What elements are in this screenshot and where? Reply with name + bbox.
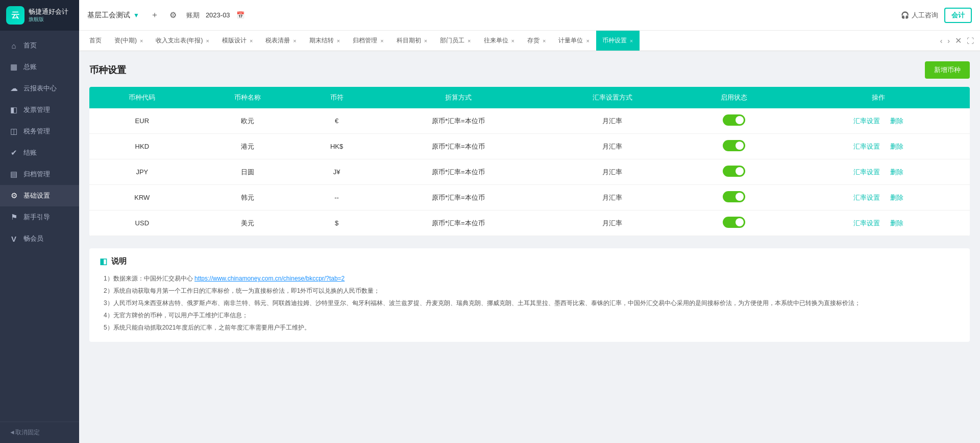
tab-income[interactable]: 收入支出表(年报) × bbox=[150, 31, 215, 51]
cell-symbol: HK$ bbox=[300, 134, 373, 159]
pin-label: ◄取消固定 bbox=[9, 428, 40, 437]
table-row: HKD 港元 HK$ 原币*汇率=本位币 月汇率 汇率设置 删除 bbox=[89, 134, 970, 159]
headset-icon: 🎧 bbox=[901, 11, 909, 19]
tab-template[interactable]: 模版设计 × bbox=[216, 31, 259, 51]
sidebar-item-checkout-label: 结账 bbox=[23, 148, 37, 157]
delete-link-KRW[interactable]: 删除 bbox=[890, 194, 903, 201]
toggle-enabled-JPY[interactable] bbox=[723, 166, 745, 177]
kuaiji-button[interactable]: 会计 bbox=[944, 8, 972, 23]
tab-home[interactable]: 首页 bbox=[83, 31, 108, 51]
settings-btn[interactable]: ⚙ bbox=[166, 8, 180, 22]
cell-status bbox=[681, 185, 787, 211]
tab-customers-close[interactable]: × bbox=[511, 38, 514, 44]
add-workspace-btn[interactable]: ＋ bbox=[148, 8, 162, 22]
app-name: 畅捷通好会计 bbox=[29, 8, 68, 16]
sidebar-item-tax[interactable]: ◫ 税务管理 bbox=[0, 121, 79, 142]
sidebar-item-archive[interactable]: ▤ 归档管理 bbox=[0, 164, 79, 185]
toggle-enabled-HKD[interactable] bbox=[723, 140, 745, 151]
col-header-rate: 汇率设置方式 bbox=[544, 87, 682, 108]
sidebar-item-member-label: 畅会员 bbox=[23, 234, 43, 243]
delete-link-JPY[interactable]: 删除 bbox=[890, 168, 903, 176]
tab-income-label: 收入支出表(年报) bbox=[156, 36, 203, 45]
tab-inventory-close[interactable]: × bbox=[543, 38, 546, 44]
tab-inventory[interactable]: 存货 × bbox=[521, 31, 552, 51]
checkout-icon: ✔ bbox=[9, 148, 18, 157]
tab-archive-mgr-close[interactable]: × bbox=[380, 38, 383, 44]
tab-taxclear[interactable]: 税表清册 × bbox=[259, 31, 303, 51]
calendar-icon[interactable]: 📅 bbox=[236, 11, 244, 19]
delete-link-USD[interactable]: 删除 bbox=[890, 219, 903, 227]
tab-measure-close[interactable]: × bbox=[586, 38, 589, 44]
delete-link-HKD[interactable]: 删除 bbox=[890, 143, 903, 150]
rate-setting-link-USD[interactable]: 汇率设置 bbox=[853, 219, 880, 227]
notes-item: 3）人民币对马来西亚林吉特、俄罗斯卢布、南非兰特、韩元、阿联酋迪拉姆、沙特里亚尔… bbox=[100, 297, 960, 309]
chinamoney-link[interactable]: https://www.chinamoney.com.cn/chinese/bk… bbox=[194, 275, 345, 282]
sidebar-item-reports[interactable]: ☁ 云报表中心 bbox=[0, 78, 79, 99]
rate-setting-link-HKD[interactable]: 汇率设置 bbox=[853, 143, 880, 150]
tab-measure[interactable]: 计量单位 × bbox=[552, 31, 596, 51]
tab-template-close[interactable]: × bbox=[250, 38, 253, 44]
sidebar-item-invoice[interactable]: ◧ 发票管理 bbox=[0, 99, 79, 121]
tab-taxclear-close[interactable]: × bbox=[293, 38, 296, 44]
sidebar-item-basic[interactable]: ⚙ 基础设置 bbox=[0, 185, 79, 206]
delete-link-EUR[interactable]: 删除 bbox=[890, 117, 903, 125]
tab-customers[interactable]: 往来单位 × bbox=[478, 31, 521, 51]
sidebar-item-member[interactable]: V 畅会员 bbox=[0, 228, 79, 249]
member-icon: V bbox=[9, 235, 18, 243]
sidebar-item-checkout[interactable]: ✔ 结账 bbox=[0, 142, 79, 164]
cell-rate-method: 月汇率 bbox=[544, 134, 682, 159]
tab-period-end-label: 期末结转 bbox=[309, 36, 334, 45]
notes-item: 1）数据来源：中国外汇交易中心 https://www.chinamoney.c… bbox=[100, 272, 960, 285]
col-header-calc: 折算方式 bbox=[373, 87, 544, 108]
cell-code: HKD bbox=[89, 134, 195, 159]
cell-calc: 原币*汇率=本位币 bbox=[373, 211, 544, 236]
sidebar-item-guide[interactable]: ⚑ 新手引导 bbox=[0, 206, 79, 228]
cell-rate-method: 月汇率 bbox=[544, 211, 682, 236]
tab-dept-staff[interactable]: 部门员工 × bbox=[434, 31, 477, 51]
sidebar-item-home-label: 首页 bbox=[23, 41, 37, 50]
tab-balance-close[interactable]: × bbox=[140, 38, 143, 44]
tab-income-close[interactable]: × bbox=[206, 38, 209, 44]
cell-actions: 汇率设置 删除 bbox=[787, 159, 970, 185]
sidebar-item-guide-label: 新手引导 bbox=[23, 213, 50, 222]
invoice-icon: ◧ bbox=[9, 105, 18, 114]
tab-currency[interactable]: 币种设置 × bbox=[596, 31, 640, 51]
rate-setting-link-JPY[interactable]: 汇率设置 bbox=[853, 168, 880, 176]
tab-dept-staff-close[interactable]: × bbox=[468, 38, 471, 44]
sidebar-item-ledger[interactable]: ▦ 总账 bbox=[0, 56, 79, 78]
cell-code: KRW bbox=[89, 185, 195, 211]
sidebar-pin-toggle[interactable]: ◄取消固定 bbox=[0, 422, 79, 443]
workspace-selector[interactable]: 基层工会测试 ▼ bbox=[87, 11, 139, 20]
rate-setting-link-EUR[interactable]: 汇率设置 bbox=[853, 117, 880, 125]
tab-balance[interactable]: 资(中期) × bbox=[108, 31, 150, 51]
tab-subject-init[interactable]: 科目期初 × bbox=[390, 31, 434, 51]
tab-archive-mgr[interactable]: 归档管理 × bbox=[347, 31, 390, 51]
tab-period-end[interactable]: 期末结转 × bbox=[303, 31, 347, 51]
cell-calc: 原币*汇率=本位币 bbox=[373, 185, 544, 211]
toggle-enabled-EUR[interactable] bbox=[723, 114, 745, 126]
tab-subject-init-close[interactable]: × bbox=[424, 38, 427, 44]
notes-item: 2）系统自动获取每月第一个工作日的汇率标价，统一为直接标价法，即1外币可以兑换的… bbox=[100, 285, 960, 297]
tab-currency-close[interactable]: × bbox=[630, 38, 633, 44]
tab-template-label: 模版设计 bbox=[222, 36, 247, 45]
notes-item: 5）系统只能自动抓取2021年度后的汇率，之前年度汇率需要用户手工维护。 bbox=[100, 321, 960, 334]
cell-symbol: J¥ bbox=[300, 159, 373, 185]
tab-expand-btn[interactable]: ⛶ bbox=[965, 36, 976, 46]
toggle-enabled-KRW[interactable] bbox=[723, 191, 745, 202]
toggle-enabled-USD[interactable] bbox=[723, 217, 745, 228]
rate-setting-link-KRW[interactable]: 汇率设置 bbox=[853, 194, 880, 201]
new-currency-button[interactable]: 新增币种 bbox=[925, 61, 970, 79]
cell-rate-method: 月汇率 bbox=[544, 159, 682, 185]
sidebar-item-home[interactable]: ⌂ 首页 bbox=[0, 35, 79, 56]
cell-actions: 汇率设置 删除 bbox=[787, 108, 970, 134]
cell-name: 美元 bbox=[195, 211, 301, 236]
cell-status bbox=[681, 211, 787, 236]
cell-name: 韩元 bbox=[195, 185, 301, 211]
col-header-status: 启用状态 bbox=[681, 87, 787, 108]
tab-close-all-btn[interactable]: ✕ bbox=[953, 35, 964, 46]
tab-next-btn[interactable]: › bbox=[945, 36, 952, 46]
tab-period-end-close[interactable]: × bbox=[337, 38, 340, 44]
consult-button[interactable]: 🎧 人工咨询 bbox=[901, 11, 938, 20]
sidebar-nav: ⌂ 首页 ▦ 总账 ☁ 云报表中心 ◧ 发票管理 ◫ 税务管理 ✔ 结账 ▤ 归… bbox=[0, 31, 79, 422]
tab-prev-btn[interactable]: ‹ bbox=[938, 36, 945, 46]
